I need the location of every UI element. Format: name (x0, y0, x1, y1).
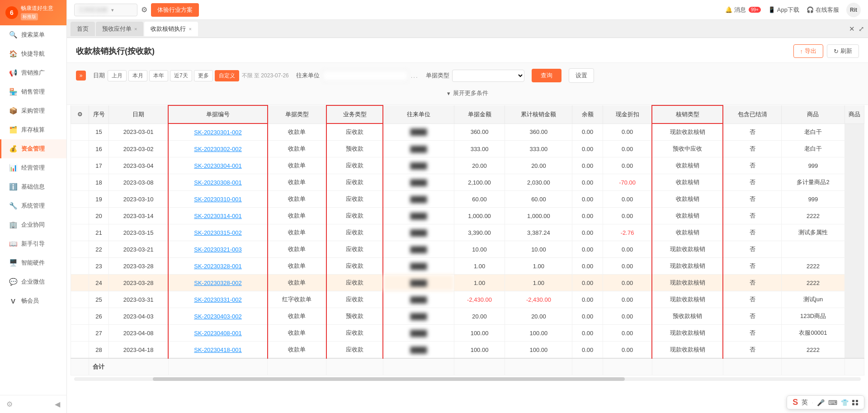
tab-close-all-icon[interactable]: ✕ (849, 25, 855, 33)
cell-writeoff-amount: 20.00 (505, 308, 572, 325)
sidebar-item-hardware[interactable]: 🖥️ 智能硬件 (0, 253, 66, 272)
bill-no-link[interactable]: SK-20230310-001 (194, 196, 242, 203)
bill-no-link[interactable]: SK-20230321-003 (194, 246, 242, 253)
bill-no-link[interactable]: SK-20230315-002 (194, 229, 242, 236)
cell-bill-no[interactable]: SK-20230321-003 (168, 241, 268, 258)
tab-prepay[interactable]: 预收应付单 × (96, 22, 143, 36)
gear-icon[interactable]: ⚙ (141, 5, 147, 14)
date-btn-custom[interactable]: 自定义 (215, 70, 239, 81)
system-icon: 🔧 (9, 202, 18, 210)
cell-bill-no[interactable]: SK-20230310-001 (168, 191, 268, 208)
partner-input[interactable] (322, 70, 408, 81)
finance-icon: 💰 (9, 145, 18, 153)
cell-bill-no[interactable]: SK-20230331-002 (168, 291, 268, 308)
th-settings[interactable]: ⚙ (71, 105, 89, 123)
date-btn-7days[interactable]: 近7天 (170, 70, 192, 81)
cell-writeoff-type: 现款收款核销 (652, 123, 723, 141)
query-btn[interactable]: 查询 (532, 69, 561, 82)
collapse-icon[interactable]: ◀ (55, 400, 60, 408)
store-icon: 🏪 (9, 88, 18, 96)
scrollbar-thumb[interactable] (153, 377, 625, 381)
cell-bill-no[interactable]: SK-20230418-001 (168, 342, 268, 359)
bill-no-link[interactable]: SK-20230301-002 (194, 129, 242, 136)
cell-product: 老白干 (781, 141, 844, 157)
messages-btn[interactable]: 🔔 消息 99+ (725, 6, 761, 14)
bill-no-link[interactable]: SK-20230328-001 (194, 263, 242, 270)
workspace-selector[interactable]: 工作区名称 ▾ (74, 4, 137, 16)
app-download-btn[interactable]: 📱 App下载 (768, 6, 799, 14)
sidebar-item-sales[interactable]: 🏪 销售管理 (0, 82, 66, 101)
cell-bill-no[interactable]: SK-20230403-002 (168, 308, 268, 325)
cell-index: 20 (89, 208, 109, 224)
cell-bill-no[interactable]: SK-20230328-002 (168, 275, 268, 291)
sidebar-item-finance[interactable]: 💰 资金管理 (0, 139, 66, 158)
bill-no-link[interactable]: SK-20230331-002 (194, 296, 242, 303)
bill-no-link[interactable]: SK-20230418-001 (194, 347, 242, 353)
ime-theme-icon[interactable]: 👕 (841, 399, 849, 406)
user-avatar[interactable]: Rit (846, 3, 861, 17)
content-area: 收款核销执行(按收款) ↑ 导出 ↻ 刷新 » 日期 上月 (67, 38, 868, 413)
member-icon: V (9, 297, 18, 305)
sidebar-item-basic[interactable]: ℹ️ 基础信息 (0, 177, 66, 196)
cell-bill-no[interactable]: SK-20230302-002 (168, 141, 268, 157)
bill-no-link[interactable]: SK-20230302-002 (194, 146, 242, 152)
date-btn-this-year[interactable]: 本年 (149, 70, 168, 81)
cell-balance: 0.00 (572, 208, 603, 224)
date-btn-more[interactable]: 更多 (194, 70, 213, 81)
cell-settings (71, 224, 89, 241)
hardware-icon: 🖥️ (9, 259, 18, 267)
ime-mic-icon[interactable]: 🎤 (817, 399, 825, 406)
cell-include-settled: 否 (723, 157, 781, 174)
export-btn[interactable]: ↑ 导出 (793, 44, 824, 58)
filter-expand-btn[interactable]: » (76, 71, 86, 81)
expand-conditions-btn[interactable]: ▾ 展开更多条件 (76, 87, 859, 99)
sidebar-item-wechat[interactable]: 💬 企业微信 (0, 272, 66, 291)
refresh-btn[interactable]: ↻ 刷新 (827, 44, 859, 58)
bill-no-link[interactable]: SK-20230314-001 (194, 213, 242, 219)
bill-no-link[interactable]: SK-20230308-001 (194, 179, 242, 186)
tab-home[interactable]: 首页 (71, 22, 95, 36)
cell-bill-no[interactable]: SK-20230314-001 (168, 208, 268, 224)
bill-no-link[interactable]: SK-20230328-002 (194, 280, 242, 286)
ime-more-icon[interactable] (852, 400, 859, 405)
bill-no-link[interactable]: SK-20230408-001 (194, 330, 242, 337)
tab-expand-icon[interactable]: ⤢ (859, 25, 864, 33)
billtype-select[interactable] (452, 70, 524, 82)
cell-bill-no[interactable]: SK-20230328-001 (168, 258, 268, 275)
cell-date: 2023-03-02 (109, 141, 169, 157)
bill-no-link[interactable]: SK-20230403-002 (194, 313, 242, 320)
cell-bill-no[interactable]: SK-20230308-001 (168, 174, 268, 191)
cell-bill-no[interactable]: SK-20230304-001 (168, 157, 268, 174)
sidebar-item-system[interactable]: 🔧 系统管理 (0, 196, 66, 215)
sidebar-item-guide[interactable]: 📖 新手引导 (0, 234, 66, 253)
tab-collect[interactable]: 收款核销执行 × (144, 22, 198, 36)
online-service-btn[interactable]: 🎧 在线客服 (807, 6, 839, 14)
horizontal-scrollbar[interactable] (74, 377, 861, 381)
cell-bill-no[interactable]: SK-20230301-002 (168, 123, 268, 141)
bill-no-link[interactable]: SK-20230304-001 (194, 162, 242, 169)
cell-bill-no[interactable]: SK-20230408-001 (168, 325, 268, 342)
sidebar-item-company[interactable]: 🏢 企业协同 (0, 215, 66, 234)
sidebar-item-purchase[interactable]: 📦 采购管理 (0, 101, 66, 120)
th-balance: 余额 (572, 105, 603, 123)
cell-product-img (845, 191, 864, 208)
sidebar-item-inventory[interactable]: 🗂️ 库存核算 (0, 120, 66, 139)
sidebar-item-marketing[interactable]: 📢 营销推广 (0, 63, 66, 82)
tab-prepay-close[interactable]: × (134, 26, 137, 32)
cell-product-img (845, 174, 864, 191)
settings-btn[interactable]: 设置 (569, 68, 594, 83)
tab-collect-close[interactable]: × (189, 26, 191, 32)
cell-writeoff-amount: 100.00 (505, 342, 572, 359)
sidebar-item-search[interactable]: 🔍 搜索菜单 (0, 25, 66, 44)
experience-btn[interactable]: 体验行业方案 (151, 3, 199, 17)
date-btn-last-month[interactable]: 上月 (108, 70, 127, 81)
cell-bill-no[interactable]: SK-20230315-002 (168, 224, 268, 241)
cell-balance: 0.00 (572, 342, 603, 359)
sidebar-item-operations[interactable]: 📊 经营管理 (0, 158, 66, 177)
date-btn-this-month[interactable]: 本月 (128, 70, 147, 81)
settings-bottom-icon[interactable]: ⚙ (6, 400, 13, 408)
topbar: 工作区名称 ▾ ⚙ 体验行业方案 🔔 消息 99+ 📱 App下载 🎧 在线客服… (67, 0, 868, 20)
ime-keyboard-icon[interactable]: ⌨ (828, 399, 837, 406)
sidebar-item-quicknav[interactable]: 🏠 快捷导航 (0, 44, 66, 63)
sidebar-item-member[interactable]: V 畅会员 (0, 291, 66, 310)
